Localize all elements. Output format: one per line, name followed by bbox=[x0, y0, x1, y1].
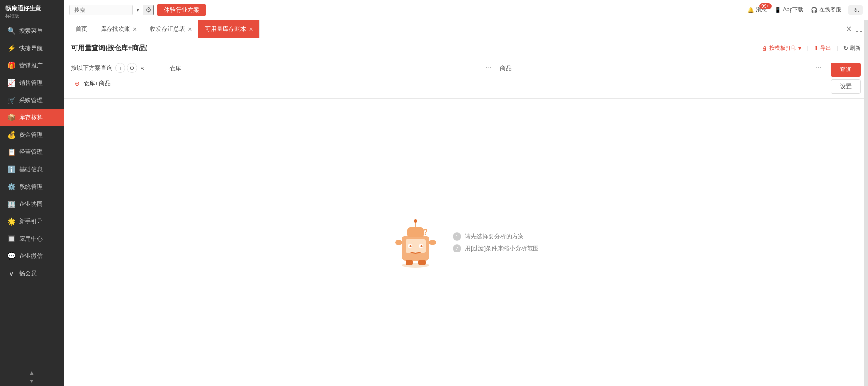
sidebar-item-label: 搜索菜单 bbox=[19, 27, 43, 35]
sidebar-item-newbie[interactable]: 🌟 新手引导 bbox=[0, 213, 64, 230]
sidebar-item-label: 企业微信 bbox=[19, 252, 43, 260]
tab-stock-close-icon[interactable]: × bbox=[188, 26, 192, 33]
svg-point-5 bbox=[409, 245, 411, 247]
scroll-up-icon[interactable]: ▲ bbox=[29, 370, 35, 376]
product-more-icon[interactable]: ··· bbox=[814, 64, 823, 72]
tab-batch-account[interactable]: 库存批次账 × bbox=[94, 20, 143, 38]
newbie-icon: 🌟 bbox=[7, 217, 15, 226]
search-icon: 🔍 bbox=[7, 27, 15, 35]
trial-industry-button[interactable]: 体验行业方案 bbox=[157, 4, 206, 16]
shortcut-icon: ⚡ bbox=[7, 44, 15, 52]
sidebar-item-label: 营销推广 bbox=[19, 62, 43, 70]
scroll-down-icon[interactable]: ▼ bbox=[29, 378, 35, 384]
warehouse-input-wrap: ··· bbox=[187, 63, 495, 73]
page-header-actions: 🖨 按模板打印 ▾ | ⬆ 导出 | ↻ 刷新 bbox=[762, 44, 861, 52]
right-scrollbar-panel bbox=[864, 20, 868, 386]
sidebar-item-sales[interactable]: 📈 销售管理 bbox=[0, 74, 64, 92]
system-icon: ⚙️ bbox=[7, 183, 15, 191]
svg-point-6 bbox=[420, 245, 422, 247]
sidebar-item-inventory[interactable]: 📦 库存核算 bbox=[0, 109, 64, 126]
app-download-button[interactable]: 📱 App下载 bbox=[774, 6, 803, 14]
sidebar-item-purchase[interactable]: 🛒 采购管理 bbox=[0, 92, 64, 109]
empty-illustration: ? bbox=[393, 217, 438, 268]
enterprise-icon: 🏢 bbox=[7, 200, 15, 208]
app-label: App下载 bbox=[783, 6, 803, 14]
settings-button[interactable]: 设置 bbox=[831, 79, 861, 94]
sidebar-item-label: 系统管理 bbox=[19, 183, 43, 191]
empty-tip-1: 1 请先选择要分析的方案 bbox=[453, 232, 539, 241]
page-content: 可用量查询(按仓库+商品) 🖨 按模板打印 ▾ | ⬆ 导出 | ↻ 刷新 bbox=[64, 38, 868, 386]
sidebar-item-member[interactable]: V 畅会员 bbox=[0, 265, 64, 282]
tabs-close-all-icon[interactable]: ✕ bbox=[846, 25, 852, 33]
app-tag: 标准版 bbox=[5, 13, 58, 19]
sidebar-item-basic[interactable]: ℹ️ 基础信息 bbox=[0, 161, 64, 178]
export-button[interactable]: ⬆ 导出 bbox=[814, 44, 831, 52]
print-template-button[interactable]: 🖨 按模板打印 ▾ bbox=[762, 44, 801, 52]
tab-batch-label: 库存批次账 bbox=[101, 25, 130, 33]
svg-text:?: ? bbox=[423, 227, 428, 237]
basic-icon: ℹ️ bbox=[7, 165, 15, 174]
export-label: 导出 bbox=[820, 44, 831, 52]
phone-icon: 📱 bbox=[774, 7, 781, 13]
tab-home[interactable]: 首页 bbox=[69, 20, 94, 38]
tab-home-label: 首页 bbox=[76, 25, 87, 33]
tab-stock-summary[interactable]: 收发存汇总表 × bbox=[143, 20, 198, 38]
page-header: 可用量查询(按仓库+商品) 🖨 按模板打印 ▾ | ⬆ 导出 | ↻ 刷新 bbox=[64, 38, 868, 58]
tab-stock-label: 收发存汇总表 bbox=[150, 25, 185, 33]
refresh-label: 刷新 bbox=[850, 44, 861, 52]
topbar-search-input[interactable] bbox=[69, 5, 133, 15]
empty-tip-2: 2 用[过滤]条件来缩小分析范围 bbox=[453, 244, 539, 252]
sidebar-item-shortcut[interactable]: ⚡ 快捷导航 bbox=[0, 40, 64, 57]
online-service-button[interactable]: 🎧 在线客服 bbox=[811, 6, 841, 14]
sidebar-item-enterprise[interactable]: 🏢 企业协同 bbox=[0, 196, 64, 213]
sidebar-item-marketing[interactable]: 🎁 营销推广 bbox=[0, 57, 64, 74]
tabs-expand-icon[interactable]: ⛶ bbox=[855, 25, 863, 33]
service-label: 在线客服 bbox=[819, 6, 841, 14]
sidebar-item-app-center[interactable]: 🔲 应用中心 bbox=[0, 230, 64, 247]
notice-button[interactable]: 🔔 消息 99+ bbox=[747, 6, 767, 14]
export-icon: ⬆ bbox=[814, 45, 818, 51]
sidebar-item-wechat[interactable]: 💬 企业微信 bbox=[0, 247, 64, 265]
warehouse-input[interactable] bbox=[188, 65, 483, 72]
tab-available-stock[interactable]: 可用量库存账本 × bbox=[198, 20, 259, 38]
filter-area: 按以下方案查询 + ⚙ « ⊕ 仓库+商品 仓库 bbox=[64, 58, 868, 99]
operation-icon: 📋 bbox=[7, 148, 15, 156]
main-area: ▾ ⚙ 体验行业方案 🔔 消息 99+ 📱 App下载 🎧 在线客服 Rit bbox=[64, 0, 868, 386]
app-name: 畅康通好生意 bbox=[5, 5, 58, 13]
sidebar-item-operation[interactable]: 📋 经营管理 bbox=[0, 144, 64, 161]
sales-icon: 📈 bbox=[7, 79, 15, 87]
product-input-wrap: ··· bbox=[517, 63, 826, 73]
edit-scheme-button[interactable]: ⚙ bbox=[127, 63, 137, 73]
tab-available-close-icon[interactable]: × bbox=[249, 26, 253, 33]
sidebar-item-search[interactable]: 🔍 搜索菜单 bbox=[0, 22, 64, 40]
gift-icon: 🎁 bbox=[7, 62, 15, 70]
tab-batch-close-icon[interactable]: × bbox=[133, 26, 137, 33]
warehouse-more-icon[interactable]: ··· bbox=[483, 64, 493, 72]
query-button[interactable]: 查询 bbox=[831, 63, 861, 77]
warehouse-label: 仓库 bbox=[169, 64, 183, 72]
filter-inputs: 仓库 ··· 商品 ··· bbox=[162, 63, 825, 73]
refresh-button[interactable]: ↻ 刷新 bbox=[843, 44, 861, 52]
add-scheme-button[interactable]: + bbox=[115, 63, 125, 73]
collapse-schemes-icon[interactable]: « bbox=[141, 64, 144, 72]
scheme-item-label: 仓库+商品 bbox=[83, 79, 111, 87]
print-dropdown-icon[interactable]: ▾ bbox=[798, 45, 801, 51]
filter-schemes-header: 按以下方案查询 + ⚙ « bbox=[71, 63, 156, 73]
topbar-dropdown-btn[interactable]: ▾ bbox=[137, 7, 139, 13]
purchase-icon: 🛒 bbox=[7, 96, 15, 104]
scheme-item-warehouse-product[interactable]: ⊕ 仓库+商品 bbox=[71, 77, 156, 90]
sidebar-item-finance[interactable]: 💰 资金管理 bbox=[0, 126, 64, 144]
svg-rect-12 bbox=[406, 260, 413, 265]
product-input[interactable] bbox=[519, 65, 814, 72]
sidebar-item-label: 快捷导航 bbox=[19, 44, 43, 52]
sidebar-scrollbar: ▲ ▼ bbox=[0, 368, 64, 386]
sidebar-item-label: 畅会员 bbox=[19, 269, 37, 278]
tabs-bar: 首页 库存批次账 × 收发存汇总表 × 可用量库存账本 × ✕ ⛶ bbox=[64, 20, 868, 38]
empty-state: ? 1 请先选择要分析的方案 2 用[过滤]条件来缩小分析范围 bbox=[64, 99, 868, 386]
sidebar-item-system[interactable]: ⚙️ 系统管理 bbox=[0, 178, 64, 196]
topbar-gear-btn[interactable]: ⚙ bbox=[143, 5, 154, 15]
sidebar-item-label: 企业协同 bbox=[19, 200, 43, 208]
sidebar-item-label: 采购管理 bbox=[19, 96, 43, 104]
user-menu-button[interactable]: Rit bbox=[848, 5, 863, 15]
empty-tips: 1 请先选择要分析的方案 2 用[过滤]条件来缩小分析范围 bbox=[453, 232, 539, 252]
